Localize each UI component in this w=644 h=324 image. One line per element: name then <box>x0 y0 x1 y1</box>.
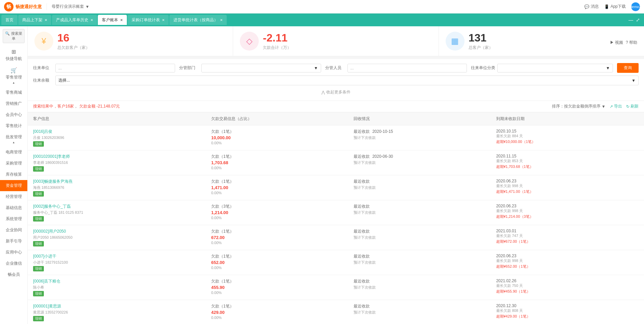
tab-customer[interactable]: 客户账本 ✕ <box>98 15 127 25</box>
payback-cell-8: 最近收款 预计下次收款 <box>354 303 496 315</box>
refresh-icon: ↻ <box>626 104 629 109</box>
customer-name-link-3[interactable]: [0003]畅捷服务尹海燕 <box>33 179 73 184</box>
user-avatar-btn[interactable]: demo2 <box>631 2 640 11</box>
tag-3: 现销 <box>33 191 44 197</box>
result-actions: 排序：按欠款金额倒序排序 ▼ ↗ 导出 ↻ 刷新 <box>552 104 639 109</box>
sidebar-item-ecommerce[interactable]: 电商管理 <box>0 147 27 158</box>
overdue-amount-7[interactable]: 超期¥455.90（1笔） <box>496 289 639 294</box>
customer-name-link-1[interactable]: [0016]吕俊 <box>33 129 52 134</box>
debt-amount-5: 672.00 <box>211 235 354 240</box>
person-input[interactable]: ... <box>347 64 467 72</box>
stats-row: ¥ 16 总欠款客户（家） ◇ -2.11 欠款合计（万） ▦ 131 总客户（… <box>28 26 644 56</box>
sort-btn[interactable]: 排序：按欠款金额倒序排序 ▼ <box>552 104 606 109</box>
sidebar-item-app-center[interactable]: 应用中心 <box>0 247 27 258</box>
unit-class-select[interactable]: ▼ <box>497 64 613 72</box>
debt-percent-8: 0.00% <box>211 316 354 320</box>
debt-amount-8: 429.00 <box>211 310 354 315</box>
tab-produce[interactable]: 产成品入库单历史 ✕ <box>52 15 97 25</box>
tab-close-customer[interactable]: ✕ <box>120 18 123 22</box>
customer-info-cell-7: [0006]丢下粮仓 陈小希 现销 <box>33 278 211 296</box>
sidebar-item-retail-mgmt[interactable]: 🛒 零售管理 ▲ <box>0 64 27 87</box>
messages-btn[interactable]: 💬 消息 <box>584 4 599 9</box>
logo-icon: 畅 <box>4 2 13 11</box>
due-date-2: 2020.11.15 <box>496 154 639 158</box>
sidebar-item-operations[interactable]: 经营管理 <box>0 191 27 202</box>
collapse-btn[interactable]: ⋀ 收起更多条件 <box>321 89 351 95</box>
avatar: demo2 <box>631 2 640 11</box>
sort-icon: ▼ <box>601 104 606 109</box>
customer-meta-7: 陈小希 <box>33 285 211 290</box>
tab-close-goods[interactable]: ✕ <box>45 18 47 22</box>
payback-cell-5: 最近收款 预计下次收款 <box>354 229 496 240</box>
sidebar-item-enterprise[interactable]: 企业协同 <box>0 225 27 236</box>
sidebar-item-purchase-mgmt[interactable]: 采购管理 <box>0 158 27 169</box>
tab-inbound[interactable]: 进货单统计表（按商品） ✕ <box>169 15 227 25</box>
customer-name-link-8[interactable]: [000001]黄思源 <box>33 304 61 308</box>
overdue-amount-1[interactable]: 超期¥10,000.00（1笔） <box>496 139 639 144</box>
sidebar-item-system[interactable]: 系统管理 <box>0 213 27 225</box>
sidebar-item-new-guide[interactable]: 新手引导 <box>0 236 27 247</box>
tab-maximize-icon[interactable]: ⤢ <box>636 17 640 23</box>
debt-amount-4: 1,214.00 <box>211 210 354 215</box>
export-btn[interactable]: ↗ 导出 <box>610 104 622 109</box>
debt-count-2: 欠款（1笔） <box>211 154 354 159</box>
customer-name-link-6[interactable]: [0007]小进干 <box>33 254 56 259</box>
stat-icon-total: ▦ <box>446 32 465 51</box>
overdue-amount-5[interactable]: 超期¥672.00（1笔） <box>496 239 639 244</box>
tab-home[interactable]: 首页 <box>1 15 18 25</box>
tab-close-produce[interactable]: ✕ <box>90 18 93 22</box>
sidebar-item-retail-store[interactable]: 零售商城 <box>0 87 27 98</box>
tag-1: 现销 <box>33 141 44 147</box>
tab-purchase[interactable]: 采购订单统计表 ✕ <box>128 15 169 25</box>
sidebar-item-basic-info[interactable]: 基础信息 <box>0 202 27 213</box>
video-btn[interactable]: ▶ 视频 <box>610 40 623 46</box>
result-info: 搜索结果中，客户16家， 欠款金额 -21,148.07元 <box>33 104 120 109</box>
dept-select[interactable]: ▼ <box>201 64 321 72</box>
sidebar-item-inventory[interactable]: 库存核算 <box>0 169 27 180</box>
balance-select[interactable]: 选择... ▼ <box>55 76 639 85</box>
search-btn[interactable]: 查询 <box>617 63 639 73</box>
sidebar-item-enterprise-wx[interactable]: 企业微信 <box>0 258 27 269</box>
overdue-amount-6[interactable]: 超期¥652.00（1笔） <box>496 264 639 269</box>
tab-close-purchase[interactable]: ✕ <box>162 18 165 22</box>
refresh-btn[interactable]: ↻ 刷新 <box>626 104 639 109</box>
table-container: 客户信息 欠款交易信息（占比） 回收情况 到期未收款日期 [0016]吕俊 吕俊… <box>28 113 644 324</box>
sidebar-item-nav[interactable]: ⊞ 快捷导航 <box>0 46 27 64</box>
sidebar-item-batch-mgmt[interactable]: 批发管理 ▲ <box>0 131 27 147</box>
customer-name-link-7[interactable]: [0006]丢下粮仓 <box>33 279 60 284</box>
customer-info-cell-6: [0007]小进干 小进干 18279152100 现销 <box>33 254 211 271</box>
tab-goods[interactable]: 商品上下架 ✕ <box>18 15 51 25</box>
debt-amount-3: 1,471.00 <box>211 185 354 190</box>
customer-meta-2: 李老师 18600391516 <box>33 160 211 165</box>
overdue-amount-2[interactable]: 超期¥1,703.68（1笔） <box>496 164 639 169</box>
sidebar-item-capital[interactable]: 资金管理 <box>0 180 27 191</box>
overdue-amount-8[interactable]: 超期¥429.00（1笔） <box>496 314 639 319</box>
search-menu-btn[interactable]: 🔍 搜索菜单 <box>3 29 25 43</box>
debt-count-5: 欠款（1笔） <box>211 229 354 234</box>
overdue-amount-3[interactable]: 超期¥1,471.00（1笔） <box>496 189 639 194</box>
tab-minimize-icon[interactable]: — <box>628 17 633 23</box>
sidebar-item-retail-stats[interactable]: 零售统计 <box>0 120 27 131</box>
customer-name-link-5[interactable]: [000002]用户2050 <box>33 229 66 234</box>
tab-close-inbound[interactable]: ✕ <box>220 18 223 22</box>
filter-row-1: 往来单位 ... 分管部门 ▼ 分管人员 ... <box>33 63 639 73</box>
app-download-btn[interactable]: 📱 App下载 <box>604 4 626 9</box>
filter-area: 往来单位 ... 分管部门 ▼ 分管人员 ... <box>28 59 644 101</box>
debt-percent-4: 0.00% <box>211 216 354 220</box>
overdue-amount-4[interactable]: 超期¥1,214.00（3笔） <box>496 214 639 219</box>
debt-percent-5: 0.00% <box>211 241 354 245</box>
stat-label-debt-amount: 欠款合计（万） <box>263 45 291 51</box>
sidebar-item-membership[interactable]: 会员中心 <box>0 109 27 120</box>
sidebar-item-member[interactable]: 畅会员 <box>0 269 27 280</box>
sidebar-item-marketing[interactable]: 营销推广 <box>0 98 27 109</box>
industry-selector[interactable]: 母婴行业演示账套 ▼ <box>52 4 89 9</box>
customer-name-link-4[interactable]: [0002]服务中心_丁磊 <box>33 204 71 209</box>
payback-date-7: 最近收款 <box>354 278 496 284</box>
customer-name-link-2[interactable]: [0001020001]李老师 <box>33 154 70 159</box>
help-btn[interactable]: ? 帮助 <box>626 40 637 46</box>
from-unit-input[interactable]: ... <box>55 64 175 72</box>
tab-actions: — ⤢ <box>628 17 643 23</box>
debt-amount-6: 652.00 <box>211 260 354 265</box>
customer-meta-1: 吕俊 13026203696 <box>33 135 211 140</box>
table-row: [0016]吕俊 吕俊 13026203696 现销 欠款（1笔） 10,000… <box>28 125 644 150</box>
